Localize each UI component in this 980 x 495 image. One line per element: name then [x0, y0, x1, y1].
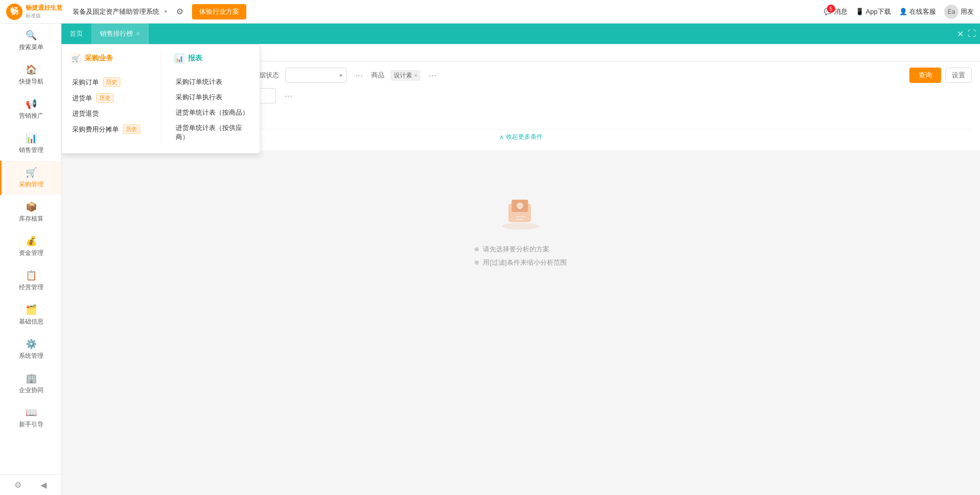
sidebar-label-system: 系统管理	[19, 352, 44, 360]
query-actions: 查询 设置	[909, 68, 972, 83]
inventory-icon: 📦	[26, 201, 37, 212]
system-settings-button[interactable]: ⚙	[173, 5, 187, 19]
purchase-column-icon: 🛒	[70, 53, 81, 64]
tab-close-all-button[interactable]: ✕	[957, 29, 964, 39]
menu-item-purchase-expense[interactable]: 采购费用分摊单 历史	[70, 121, 148, 137]
sidebar-label-sales: 销售管理	[19, 146, 44, 155]
online-service-label: 在线客服	[909, 7, 936, 16]
query-button[interactable]: 查询	[909, 68, 941, 83]
goods-tag-close[interactable]: ×	[414, 72, 417, 78]
system-name: 装备及固定资产辅助管理系统	[73, 7, 159, 16]
goods-label: 商品	[371, 71, 385, 80]
system-icon: ⚙️	[26, 338, 37, 350]
sidebar-item-enterprise[interactable]: 🏢 企业协同	[0, 367, 61, 401]
enterprise-icon: 🏢	[26, 373, 37, 384]
empty-tip-2: 用[过滤]条件来缩小分析范围	[475, 256, 566, 269]
logo-area: 畅 畅捷通好生意 标准版	[6, 4, 68, 20]
history-badge-2: 历史	[96, 93, 114, 103]
sidebar-label-enterprise: 企业协同	[19, 386, 44, 395]
user-area[interactable]: Ea 用友	[944, 5, 974, 19]
sidebar-item-marketing[interactable]: 📢 营销推广	[0, 92, 61, 126]
notification-badge: 💬 5	[824, 8, 832, 15]
doc-status-dots[interactable]: ⋯	[353, 71, 365, 80]
header-center: 装备及固定资产辅助管理系统 ▾ ⚙ 体验行业方案	[68, 4, 824, 19]
home-icon: 🏠	[26, 64, 37, 75]
menu-item-incoming-return[interactable]: 进货退货	[70, 106, 148, 121]
goods-dots[interactable]: ⋯	[427, 71, 439, 80]
report-column-title: 📊 报表	[174, 53, 252, 68]
sidebar-footer: ⚙ ◀	[0, 475, 61, 495]
menu-item-purchase-order[interactable]: 采购订单 历史	[70, 74, 148, 90]
message-label: 消息	[834, 7, 847, 16]
sidebar-item-quicknav[interactable]: 🏠 快捷导航	[0, 58, 61, 92]
doc-status-select[interactable]	[285, 68, 347, 83]
sidebar-item-system[interactable]: ⚙️ 系统管理	[0, 332, 61, 367]
tab-sales-ranking-label: 销售排行榜	[100, 29, 133, 38]
tab-close-icon[interactable]: ×	[136, 30, 140, 37]
svg-point-3	[517, 203, 523, 209]
sidebar-item-search[interactable]: 🔍 搜索菜单	[0, 24, 61, 58]
menu-item-incoming-stat-supplier-label: 进货单统计表（按供应商）	[176, 123, 250, 142]
menu-item-incoming-label: 进货单	[72, 94, 92, 103]
sidebar: 🔍 搜索菜单 🏠 快捷导航 📢 营销推广 📊 销售管理 🛒 采购管理 📦 库存核…	[0, 24, 61, 495]
sidebar-settings-button[interactable]: ⚙	[14, 480, 22, 490]
setting-button[interactable]: 设置	[945, 68, 972, 83]
tab-home[interactable]: 首页	[61, 24, 92, 44]
user-name: 用友	[961, 7, 974, 16]
edition-label: 标准版	[26, 12, 62, 19]
main-layout: 🔍 搜索菜单 🏠 快捷导航 📢 营销推广 📊 销售管理 🛒 采购管理 📦 库存核…	[0, 24, 980, 495]
menu-item-incoming-stat-supplier[interactable]: 进货单统计表（按供应商）	[174, 120, 252, 145]
empty-tips: 请先选择要分析的方案 用[过滤]条件来缩小分析范围	[475, 243, 566, 269]
history-badge-3: 历史	[123, 124, 140, 134]
app-download-label: App下载	[866, 7, 891, 16]
online-service-item[interactable]: 👤 在线客服	[899, 7, 936, 16]
menu-item-purchase-expense-label: 采购费用分摊单	[72, 125, 119, 134]
app-download-item[interactable]: 📱 App下载	[856, 7, 891, 16]
tab-sales-ranking[interactable]: 销售排行榜 ×	[92, 24, 148, 44]
guide-icon: 📖	[26, 407, 37, 418]
menu-item-purchase-order-exec[interactable]: 采购订单执行表	[174, 90, 252, 105]
sidebar-label-purchase: 采购管理	[19, 180, 44, 189]
salesman-dots[interactable]: ⋯	[282, 91, 294, 101]
sidebar-item-guide[interactable]: 📖 新手引导	[0, 401, 61, 435]
user-avatar: Ea	[944, 5, 958, 19]
sidebar-item-sales[interactable]: 📊 销售管理	[0, 126, 61, 161]
phone-icon: 📱	[856, 8, 864, 15]
sidebar-label-inventory: 库存核算	[19, 214, 44, 223]
goods-tag: 设计素 ×	[391, 70, 420, 81]
collapse-label: 收起更多条件	[506, 133, 543, 141]
menu-column-divider	[161, 53, 161, 145]
search-icon: 🔍	[26, 30, 37, 41]
sidebar-collapse-button[interactable]: ◀	[40, 480, 47, 490]
sidebar-label-search: 搜索菜单	[19, 43, 44, 52]
sidebar-label-marketing: 营销推广	[19, 112, 44, 120]
menu-item-purchase-order-stat-label: 采购订单统计表	[176, 77, 222, 87]
message-item[interactable]: 💬 5 消息	[824, 7, 847, 16]
purchase-column-title: 🛒 采购业务	[70, 53, 148, 68]
industry-button[interactable]: 体验行业方案	[192, 4, 246, 19]
sidebar-item-purchase[interactable]: 🛒 采购管理	[0, 161, 61, 195]
page-content: ❓ 帮助 🖨 按模板打印 ▾ ↗ 导出 ↻ 刷新	[61, 44, 980, 495]
sidebar-label-operation: 经营管理	[19, 283, 44, 292]
collapse-icon: ∧	[499, 134, 504, 141]
purchase-menu-column: 🛒 采购业务 采购订单 历史 进货单 历史 进货退货	[70, 53, 148, 145]
sidebar-item-basicinfo[interactable]: 🗂️ 基础信息	[0, 298, 61, 332]
menu-item-incoming[interactable]: 进货单 历史	[70, 90, 148, 106]
tab-fullscreen-button[interactable]: ⛶	[968, 29, 976, 38]
top-header: 畅 畅捷通好生意 标准版 装备及固定资产辅助管理系统 ▾ ⚙ 体验行业方案 💬 …	[0, 0, 980, 24]
menu-item-purchase-order-stat[interactable]: 采购订单统计表	[174, 74, 252, 90]
sidebar-item-operation[interactable]: 📋 经营管理	[0, 264, 61, 298]
basicinfo-icon: 🗂️	[26, 304, 37, 315]
tab-bar-right: ✕ ⛶	[957, 29, 980, 39]
marketing-icon: 📢	[26, 98, 37, 110]
doc-status-select-wrapper	[285, 68, 347, 83]
tab-bar: 首页 销售排行榜 × ✕ ⛶	[61, 24, 980, 44]
sidebar-item-finance[interactable]: 💰 资金管理	[0, 229, 61, 264]
sidebar-item-inventory[interactable]: 📦 库存核算	[0, 195, 61, 229]
system-dropdown-arrow[interactable]: ▾	[164, 8, 167, 15]
menu-item-incoming-stat-goods[interactable]: 进货单统计表（按商品）	[174, 105, 252, 120]
sales-icon: 📊	[26, 133, 37, 144]
purchase-icon: 🛒	[26, 167, 37, 178]
finance-icon: 💰	[26, 235, 37, 247]
logo-icon: 畅	[6, 4, 23, 20]
